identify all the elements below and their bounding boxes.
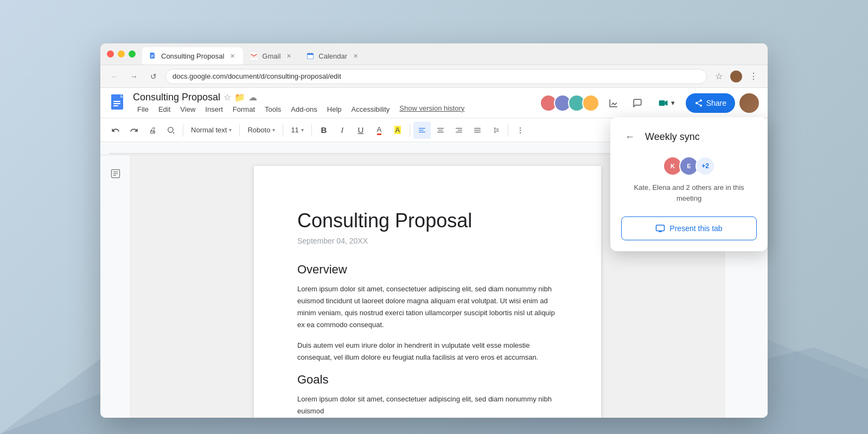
tab-consulting-proposal[interactable]: Consulting Proposal ✕ — [142, 47, 243, 65]
italic-button[interactable]: I — [334, 122, 351, 139]
svg-rect-37 — [656, 225, 665, 231]
gmail-tab-icon — [250, 52, 258, 60]
doc-title-area: Consulting Proposal ☆ 📁 ☁ File Edit View… — [133, 92, 535, 114]
close-tab-button[interactable]: ✕ — [284, 52, 293, 60]
address-bar-row: ← → ↺ docs.google.com/document/d/consult… — [100, 65, 768, 88]
svg-rect-18 — [659, 100, 665, 106]
section-heading-overview: Overview — [297, 263, 558, 277]
svg-rect-24 — [438, 130, 443, 130]
tab-gmail[interactable]: Gmail ✕ — [243, 47, 299, 65]
bold-button[interactable]: B — [315, 122, 333, 139]
font-size-dropdown-arrow: ▾ — [301, 127, 304, 133]
print-button[interactable]: 🖨 — [144, 122, 161, 139]
redo-button[interactable] — [125, 122, 143, 139]
collaborator-avatars — [540, 94, 599, 112]
close-tab-button[interactable]: ✕ — [351, 52, 360, 60]
section-heading-goals: Goals — [297, 373, 558, 387]
present-this-tab-button[interactable]: Present this tab — [621, 216, 757, 240]
style-dropdown-arrow: ▾ — [229, 127, 232, 133]
menu-tools[interactable]: Tools — [260, 104, 285, 114]
menu-edit[interactable]: Edit — [154, 104, 175, 114]
align-right-button[interactable] — [450, 122, 468, 139]
svg-rect-22 — [419, 131, 425, 132]
cloud-icon[interactable]: ☁ — [248, 92, 257, 103]
activity-dashboard-button[interactable] — [604, 93, 623, 113]
svg-rect-31 — [474, 131, 481, 132]
svg-rect-23 — [437, 127, 444, 128]
doc-title-row: Consulting Proposal ☆ 📁 ☁ — [133, 92, 535, 103]
svg-rect-5 — [151, 56, 154, 56]
forward-button[interactable]: → — [126, 69, 142, 84]
user-account-button[interactable] — [739, 93, 759, 113]
meet-dropdown-arrow: ▾ — [671, 99, 675, 107]
maximize-window-button[interactable] — [129, 50, 136, 58]
document-title[interactable]: Consulting Proposal — [133, 92, 220, 103]
tab-calendar[interactable]: Calendar ✕ — [299, 47, 366, 65]
menu-insert[interactable]: Insert — [201, 104, 227, 114]
menu-addons[interactable]: Add-ons — [286, 104, 321, 114]
meet-popup: ← Weekly sync K E +2 Kate, Elena and 2 o… — [610, 117, 768, 251]
more-options-icon[interactable]: ⋮ — [746, 69, 761, 84]
address-bar[interactable]: docs.google.com/document/d/consulting-pr… — [165, 69, 707, 84]
align-left-button[interactable] — [413, 122, 431, 139]
text-color-button[interactable]: A — [371, 122, 388, 139]
svg-point-19 — [168, 127, 173, 132]
reload-button[interactable]: ↺ — [146, 69, 161, 84]
undo-button[interactable] — [107, 122, 124, 139]
font-label: Roboto — [247, 126, 270, 134]
star-icon[interactable]: ☆ — [224, 92, 231, 103]
menu-accessibility[interactable]: Accessibility — [347, 104, 394, 114]
minimize-window-button[interactable] — [118, 50, 125, 58]
window-controls — [107, 50, 136, 58]
svg-rect-4 — [151, 55, 154, 55]
style-dropdown[interactable]: Normal text ▾ — [187, 122, 236, 139]
separator — [410, 124, 410, 137]
separator — [239, 124, 240, 137]
share-label: Share — [706, 99, 726, 107]
svg-rect-16 — [113, 103, 120, 104]
title-bar: Consulting Proposal ✕ Gmail ✕ — [100, 43, 768, 65]
more-formatting-button[interactable]: ⋮ — [512, 122, 529, 139]
menu-view[interactable]: View — [176, 104, 200, 114]
back-button[interactable]: ← — [107, 69, 122, 84]
align-justify-button[interactable] — [469, 122, 486, 139]
popup-back-button[interactable]: ← — [621, 128, 639, 145]
menu-format[interactable]: Format — [228, 104, 259, 114]
comments-button[interactable] — [628, 93, 647, 113]
svg-rect-29 — [474, 127, 481, 128]
outline-icon[interactable] — [106, 164, 125, 183]
popup-avatar-more: +2 — [695, 156, 715, 176]
svg-rect-6 — [151, 57, 153, 58]
separator — [311, 124, 312, 137]
font-size-dropdown[interactable]: 11 ▾ — [286, 122, 308, 139]
calendar-tab-icon — [306, 52, 315, 60]
bookmark-icon[interactable]: ☆ — [711, 69, 726, 84]
svg-rect-10 — [308, 55, 314, 59]
svg-rect-21 — [419, 130, 423, 130]
menu-help[interactable]: Help — [323, 104, 346, 114]
folder-icon[interactable]: 📁 — [234, 92, 245, 103]
close-window-button[interactable] — [107, 50, 114, 58]
share-button[interactable]: Share — [686, 93, 735, 113]
svg-rect-3 — [150, 53, 154, 59]
document-paragraph-2: Duis autem vel eum iriure dolor in hendr… — [297, 340, 558, 363]
underline-button[interactable]: U — [352, 122, 369, 139]
highlight-button[interactable]: A — [389, 122, 406, 139]
browser-toolbar-icons: ☆ ⋮ — [711, 69, 761, 84]
menu-file[interactable]: File — [133, 104, 153, 114]
google-meet-button[interactable]: ▾ — [652, 93, 681, 113]
user-profile-icon[interactable] — [729, 69, 744, 84]
doc-sidebar — [100, 155, 131, 418]
separator — [183, 124, 183, 137]
font-dropdown[interactable]: Roboto ▾ — [243, 122, 279, 139]
popup-avatar-stack: K E +2 — [621, 156, 757, 176]
tab-label: Gmail — [262, 52, 280, 60]
google-docs-logo — [109, 93, 129, 113]
line-spacing-button[interactable] — [487, 122, 505, 139]
version-history-link[interactable]: Show version history — [399, 104, 464, 114]
spell-check-button[interactable] — [162, 122, 180, 139]
style-label: Normal text — [191, 126, 227, 134]
close-tab-button[interactable]: ✕ — [228, 52, 237, 60]
align-center-button[interactable] — [432, 122, 449, 139]
svg-rect-28 — [456, 131, 462, 132]
